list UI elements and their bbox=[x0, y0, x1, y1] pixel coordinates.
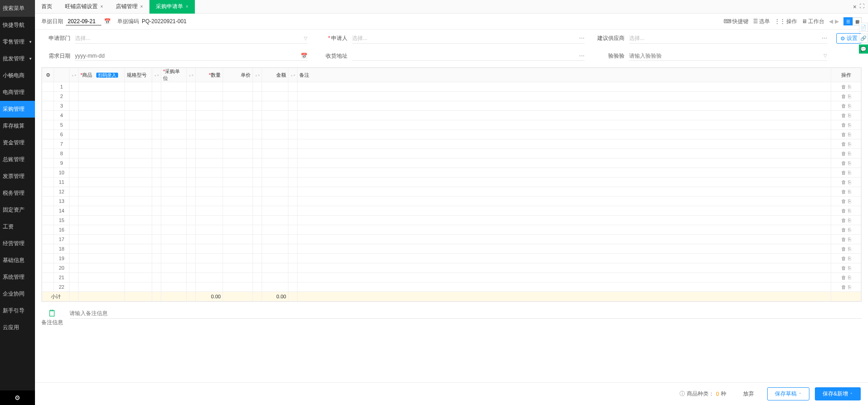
delete-row-icon[interactable]: 🗑 bbox=[841, 141, 846, 147]
table-row[interactable]: 16🗑⎘ bbox=[42, 225, 861, 235]
calendar-icon[interactable]: 📅 bbox=[104, 18, 111, 25]
table-row[interactable]: 4🗑⎘ bbox=[42, 111, 861, 120]
delete-row-icon[interactable]: 🗑 bbox=[841, 113, 846, 118]
copy-row-icon[interactable]: ⎘ bbox=[848, 246, 851, 252]
copy-row-icon[interactable]: ⎘ bbox=[848, 256, 851, 261]
delete-row-icon[interactable]: 🗑 bbox=[841, 179, 846, 185]
table-row[interactable]: 21🗑⎘ bbox=[42, 273, 861, 282]
sidebar-item-15[interactable]: 基础信息 bbox=[0, 252, 35, 269]
table-row[interactable]: 8🗑⎘ bbox=[42, 149, 861, 158]
tab-3[interactable]: 采购申请单× bbox=[149, 0, 195, 14]
copy-row-icon[interactable]: ⎘ bbox=[848, 265, 851, 271]
copy-row-icon[interactable]: ⎘ bbox=[848, 94, 851, 99]
sidebar-item-10[interactable]: 发票管理 bbox=[0, 168, 35, 185]
col-sort-header[interactable]: ▲▼ bbox=[253, 68, 262, 82]
delete-row-icon[interactable]: 🗑 bbox=[841, 208, 846, 213]
float-help-button[interactable]: 💬 bbox=[859, 44, 868, 54]
view-list-button[interactable]: ☰ bbox=[843, 17, 853, 25]
supplier-select[interactable]: 选择... ⋯ bbox=[629, 34, 827, 44]
col-remark-header[interactable]: 备注 bbox=[298, 68, 831, 82]
delete-row-icon[interactable]: 🗑 bbox=[841, 94, 846, 99]
delete-row-icon[interactable]: 🗑 bbox=[841, 265, 846, 271]
sidebar-settings-button[interactable]: ⚙ bbox=[0, 390, 35, 405]
table-row[interactable]: 18🗑⎘ bbox=[42, 244, 861, 254]
col-sort-header[interactable]: ▲▼ bbox=[69, 68, 79, 82]
table-row[interactable]: 14🗑⎘ bbox=[42, 206, 861, 216]
next-doc-icon[interactable]: ▶ bbox=[835, 18, 839, 25]
table-row[interactable]: 11🗑⎘ bbox=[42, 178, 861, 187]
ship-addr-select[interactable]: ⋯ bbox=[352, 51, 585, 61]
delete-row-icon[interactable]: 🗑 bbox=[841, 284, 846, 290]
close-all-tabs-icon[interactable]: × bbox=[853, 3, 857, 10]
qc-input[interactable]: ▽ bbox=[629, 51, 827, 61]
shortcut-link[interactable]: ⌨快捷键 bbox=[724, 18, 749, 25]
copy-row-icon[interactable]: ⎘ bbox=[848, 198, 851, 204]
delete-row-icon[interactable]: 🗑 bbox=[841, 151, 846, 156]
table-row[interactable]: 6🗑⎘ bbox=[42, 130, 861, 139]
col-amount-header[interactable]: 金额 bbox=[262, 68, 288, 82]
copy-row-icon[interactable]: ⎘ bbox=[848, 103, 851, 109]
table-row[interactable]: 19🗑⎘ bbox=[42, 254, 861, 263]
table-row[interactable]: 10🗑⎘ bbox=[42, 168, 861, 178]
tab-0[interactable]: 首页 bbox=[35, 0, 59, 14]
table-row[interactable]: 17🗑⎘ bbox=[42, 235, 861, 244]
sidebar-item-17[interactable]: 企业协同 bbox=[0, 286, 35, 302]
delete-row-icon[interactable]: 🗑 bbox=[841, 103, 846, 109]
copy-row-icon[interactable]: ⎘ bbox=[848, 141, 851, 147]
copy-row-icon[interactable]: ⎘ bbox=[848, 151, 851, 156]
col-product-header[interactable]: *商品 扫码录入 bbox=[79, 68, 125, 82]
sidebar-item-9[interactable]: 总账管理 bbox=[0, 151, 35, 168]
delete-row-icon[interactable]: 🗑 bbox=[841, 198, 846, 204]
col-sort-header[interactable]: ▲▼ bbox=[152, 68, 161, 82]
table-row[interactable]: 22🗑⎘ bbox=[42, 282, 861, 292]
sidebar-item-1[interactable]: 快捷导航 bbox=[0, 17, 35, 34]
col-qty-header[interactable]: *数量 bbox=[196, 68, 223, 82]
delete-row-icon[interactable]: 🗑 bbox=[841, 275, 846, 280]
copy-row-icon[interactable]: ⎘ bbox=[848, 179, 851, 185]
sidebar-item-19[interactable]: 云应用 bbox=[0, 319, 35, 336]
sidebar-item-8[interactable]: 资金管理 bbox=[0, 134, 35, 151]
scan-input-tag[interactable]: 扫码录入 bbox=[96, 73, 118, 78]
table-row[interactable]: 1🗑⎘ bbox=[42, 82, 861, 92]
table-row[interactable]: 2🗑⎘ bbox=[42, 92, 861, 101]
delete-row-icon[interactable]: 🗑 bbox=[841, 122, 846, 128]
table-row[interactable]: 7🗑⎘ bbox=[42, 139, 861, 149]
applicant-select[interactable]: 选择... ⋯ bbox=[352, 34, 585, 44]
prev-doc-icon[interactable]: ◀ bbox=[829, 18, 833, 25]
table-row[interactable]: 3🗑⎘ bbox=[42, 101, 861, 111]
dept-select[interactable]: 选择... ▽ bbox=[75, 34, 308, 44]
sidebar-item-14[interactable]: 经营管理 bbox=[0, 235, 35, 252]
delete-row-icon[interactable]: 🗑 bbox=[841, 84, 846, 89]
col-sort-header[interactable]: ▲▼ bbox=[288, 68, 298, 82]
copy-row-icon[interactable]: ⎘ bbox=[848, 275, 851, 280]
delete-row-icon[interactable]: 🗑 bbox=[841, 237, 846, 242]
float-detail-button[interactable]: 📄 bbox=[859, 23, 868, 32]
sidebar-item-0[interactable]: 搜索菜单 bbox=[0, 0, 35, 17]
sidebar-item-6[interactable]: 采购管理 bbox=[0, 101, 35, 118]
delete-row-icon[interactable]: 🗑 bbox=[841, 227, 846, 232]
sidebar-item-11[interactable]: 税务管理 bbox=[0, 185, 35, 202]
col-sort-header[interactable]: ▲▼ bbox=[187, 68, 196, 82]
sidebar-item-5[interactable]: 电商管理 bbox=[0, 84, 35, 101]
copy-row-icon[interactable]: ⎘ bbox=[848, 132, 851, 137]
sidebar-item-16[interactable]: 系统管理 bbox=[0, 269, 35, 286]
copy-row-icon[interactable]: ⎘ bbox=[848, 217, 851, 223]
table-row[interactable]: 12🗑⎘ bbox=[42, 187, 861, 197]
copy-row-icon[interactable]: ⎘ bbox=[848, 227, 851, 232]
tab-2[interactable]: 店铺管理× bbox=[109, 0, 149, 14]
col-config-header[interactable]: ⚙ bbox=[42, 68, 54, 82]
sidebar-item-4[interactable]: 小畅电商 bbox=[0, 67, 35, 84]
close-icon[interactable]: × bbox=[140, 4, 143, 9]
copy-row-icon[interactable]: ⎘ bbox=[848, 160, 851, 166]
float-attach-button[interactable]: 🔗 bbox=[859, 34, 868, 43]
table-row[interactable]: 5🗑⎘ bbox=[42, 120, 861, 130]
delete-row-icon[interactable]: 🗑 bbox=[841, 217, 846, 223]
sidebar-item-12[interactable]: 固定资产 bbox=[0, 202, 35, 218]
delete-row-icon[interactable]: 🗑 bbox=[841, 170, 846, 175]
delete-row-icon[interactable]: 🗑 bbox=[841, 256, 846, 261]
table-row[interactable]: 9🗑⎘ bbox=[42, 158, 861, 168]
option-link[interactable]: ☰选单 bbox=[753, 18, 770, 25]
close-icon[interactable]: × bbox=[100, 4, 103, 9]
expand-icon[interactable]: ⛶ bbox=[859, 3, 864, 10]
table-row[interactable]: 20🗑⎘ bbox=[42, 263, 861, 273]
